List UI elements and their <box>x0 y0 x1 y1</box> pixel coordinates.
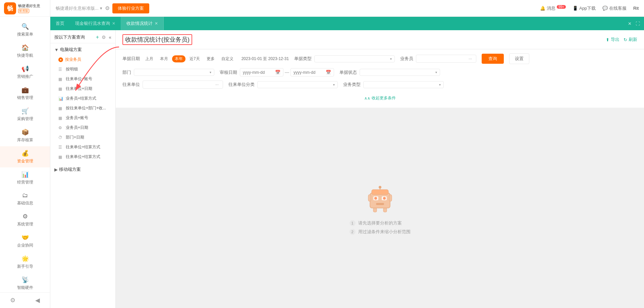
panel-header: 按以下方案查询 + ⚙ « <box>50 30 115 43</box>
counterpart-cat-label: 往来单位分类 <box>228 82 255 88</box>
dept-select-arrow-icon: ▾ <box>210 70 211 74</box>
sidebar-item-quicknav[interactable]: 🏠 快捷导航 <box>0 41 50 62</box>
dept-select[interactable]: ▾ <box>134 69 214 76</box>
mobile-group-title[interactable]: ▶ 移动端方案 <box>50 164 115 174</box>
home-icon: 🏠 <box>21 44 29 51</box>
sidebar-item-basic[interactable]: 🗂 基础信息 <box>0 189 50 209</box>
sidebar-item-sales[interactable]: 💼 销售管理 <box>0 83 50 104</box>
counterpart-cat-select[interactable]: ▾ <box>257 81 338 88</box>
plan-item-detail[interactable]: ☰ 按明细 <box>50 64 115 74</box>
sidebar-item-marketing[interactable]: 📢 营销推广 <box>0 62 50 83</box>
review-date-to[interactable]: 📅 <box>290 68 334 76</box>
collapse-bar[interactable]: ∧∧ 收起更多条件 <box>122 93 637 104</box>
date-tab-7days[interactable]: 近7天 <box>187 55 203 62</box>
mobile-arrow-icon: ▶ <box>54 167 58 172</box>
plan-item-salesperson-date[interactable]: ⚙ 业务员+日期 <box>50 123 115 133</box>
tab-bank[interactable]: 现金银行流水查询 ✕ <box>70 17 121 30</box>
svg-rect-8 <box>373 208 377 212</box>
unit-settle2-icon: ▦ <box>58 155 64 159</box>
panel-setting-icon[interactable]: ⚙ <box>102 35 106 40</box>
review-date-to-cal-icon[interactable]: 📅 <box>326 70 331 75</box>
download-icon: 📱 <box>573 6 578 11</box>
operation-icon: 📊 <box>21 171 29 178</box>
biztype-select[interactable]: ▾ <box>363 81 444 88</box>
date-tab-this-year[interactable]: 本年 <box>172 55 185 62</box>
panel-title: 按以下方案查询 <box>54 34 85 40</box>
desktop-group-title[interactable]: ▼ 电脑端方案 <box>50 45 115 55</box>
app-download[interactable]: 📱 App下载 <box>573 5 596 11</box>
tab-close-icon[interactable]: ✕ <box>628 21 632 26</box>
system-icon: ⚙ <box>22 213 28 220</box>
date-tab-this-month[interactable]: 本月 <box>157 55 171 62</box>
header-left: 畅捷通好生意标准版... ▾ ⚙ 体验行业方案 <box>56 3 149 13</box>
salesperson-select[interactable]: ··· <box>416 55 476 63</box>
svg-rect-9 <box>383 208 387 212</box>
search-icon: 🔍 <box>21 23 29 30</box>
sidebar-item-corp[interactable]: 🤝 企业协同 <box>0 230 50 252</box>
filter-row-2: 部门 ▾ 审核日期 📅 — <box>122 68 637 76</box>
review-date-from[interactable]: 📅 <box>240 68 283 76</box>
sidebar-item-search[interactable]: 🔍 搜索菜单 <box>0 19 50 41</box>
biztype-label: 业务类型 <box>343 82 361 88</box>
unit-date-icon: ▦ <box>58 87 64 91</box>
review-date-range: 📅 — 📅 <box>240 68 334 76</box>
date-tab-custom[interactable]: 自定义 <box>219 55 236 62</box>
active-plan-indicator: ● <box>58 57 63 62</box>
plan-item-unit-dept-collect[interactable]: ▦ 按往来单位+部门+收... <box>50 103 115 113</box>
filter-area: 单据日期 上月 本月 本年 近7天 更多 自定义 2023-01-01 至 20… <box>116 49 644 108</box>
sidebar-item-finance[interactable]: 💰 资金管理 <box>0 146 50 167</box>
sidebar-nav: 🔍 搜索菜单 🏠 快捷导航 📢 营销推广 💼 销售管理 🛒 采购管理 📦 库存核… <box>0 17 50 292</box>
guide-icon: 🌟 <box>21 255 29 262</box>
export-button[interactable]: ⬆ 导出 <box>606 37 620 43</box>
review-date-from-cal-icon[interactable]: 📅 <box>275 70 280 75</box>
date-tab-last-month[interactable]: 上月 <box>143 55 156 62</box>
basic-icon: 🗂 <box>22 192 28 199</box>
plan-item-salesperson-account[interactable]: ▦ 业务员+账号 <box>50 113 115 123</box>
plan-item-salesperson-settle[interactable]: 📊 业务员+结算方式 <box>50 94 115 103</box>
tip-item-2: 2 用过滤条件来缩小分析范围 <box>350 229 411 235</box>
data-area: 1 请先选择要分析的方案 2 用过滤条件来缩小分析范围 <box>116 108 644 308</box>
query-button[interactable]: 查询 <box>482 54 504 64</box>
counterpart-select[interactable]: ··· <box>143 81 223 89</box>
tab-collection[interactable]: 收款情况统计 ✕ <box>121 17 164 30</box>
user-name: Rit <box>633 6 639 11</box>
review-date-to-input[interactable] <box>293 70 326 75</box>
plan-item-unit-settle1[interactable]: ☰ 往来单位+结算方式 <box>50 142 115 152</box>
sidebar-item-hardware[interactable]: 📡 智能硬件 <box>0 273 50 292</box>
review-date-from-input[interactable] <box>243 70 275 75</box>
refresh-button[interactable]: ↻ 刷新 <box>624 37 637 43</box>
header-gear-icon[interactable]: ⚙ <box>105 5 110 11</box>
plan-item-unit-settle2[interactable]: ▦ 往来单位+结算方式 <box>50 152 115 162</box>
plan-item-unit-date[interactable]: ▦ 往来单位+日期 <box>50 84 115 94</box>
sidebar-item-inventory[interactable]: 📦 库存核算 <box>0 125 50 146</box>
desktop-arrow-icon: ▼ <box>54 47 59 52</box>
panel-add-icon[interactable]: + <box>96 34 99 40</box>
online-service[interactable]: 💬 在线客服 <box>602 5 627 11</box>
page-title-row: 收款情况统计(按业务员) ⬆ 导出 ↻ 刷新 <box>122 34 637 45</box>
plan-item-salesperson[interactable]: ● 按业务员 <box>50 55 115 64</box>
sidebar-item-purchase[interactable]: 🛒 采购管理 <box>0 104 50 125</box>
svg-point-4 <box>383 197 386 200</box>
trial-button[interactable]: 体验行业方案 <box>112 3 149 13</box>
tip-num-2: 2 <box>350 229 356 235</box>
plan-item-dept-date[interactable]: ⏱ 部门+日期 <box>50 133 115 142</box>
unit-account-icon: ▦ <box>58 77 64 82</box>
hardware-icon: 📡 <box>21 276 29 284</box>
sidebar-item-operation[interactable]: 📊 经营管理 <box>0 167 50 189</box>
footer-settings-icon[interactable]: ⚙ <box>10 297 15 304</box>
plan-item-unit-account[interactable]: ▦ 往来单位+账号 <box>50 74 115 84</box>
review-date-label: 审核日期 <box>220 69 237 75</box>
sidebar-item-guide[interactable]: 🌟 新手引导 <box>0 252 50 273</box>
tab-collection-close-icon[interactable]: ✕ <box>155 21 158 26</box>
tab-maximize-icon[interactable]: ⛶ <box>636 21 640 26</box>
panel-collapse-icon[interactable]: « <box>109 35 111 40</box>
tab-home[interactable]: 首页 <box>50 17 70 30</box>
setting-button[interactable]: 设置 <box>509 53 529 64</box>
date-tab-more[interactable]: 更多 <box>204 55 217 62</box>
tab-bank-close-icon[interactable]: ✕ <box>112 21 115 26</box>
sidebar-item-system[interactable]: ⚙ 系统管理 <box>0 209 50 230</box>
docstatus-select[interactable]: ▾ <box>360 69 440 76</box>
notification-area[interactable]: 🔔 消息 99+ <box>540 5 566 11</box>
doctype-select[interactable]: ▾ <box>314 55 395 62</box>
footer-collapse-icon[interactable]: ◀ <box>35 297 40 304</box>
